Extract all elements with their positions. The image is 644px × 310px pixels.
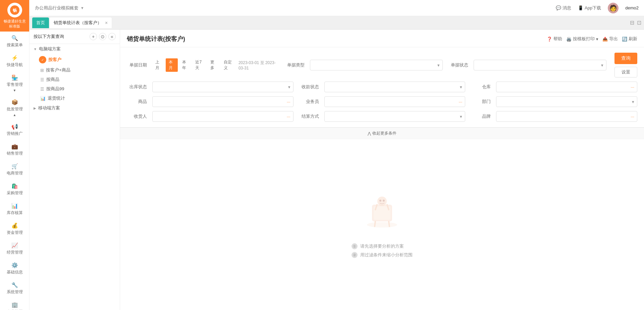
empty-tip-2: ② 用过滤条件来缩小分析范围 [352, 252, 413, 258]
user-avatar[interactable]: 🧑 [608, 3, 619, 13]
sidebar-item-retail[interactable]: 🏪 零售管理 ▼ [0, 71, 29, 96]
sidebar-item-finance[interactable]: 💰 资金管理 [0, 219, 29, 239]
breadcrumb-arrow: ▾ [81, 5, 84, 10]
message-btn[interactable]: 💬 消息 [556, 5, 571, 11]
sidebar-item-operations[interactable]: 📈 经营管理 [0, 239, 29, 259]
doc-status-select[interactable]: ▾ [474, 60, 606, 70]
tree-item-by-goods[interactable]: ☰ 按商品 [30, 75, 120, 84]
tab-expand-btn[interactable]: ⊡ [637, 19, 641, 26]
chevron-right-icon: ▶ [34, 106, 36, 110]
salesperson-dots[interactable]: ··· [459, 99, 463, 104]
goods-dots[interactable]: ··· [287, 99, 290, 104]
tab-home[interactable]: 首页 [32, 17, 49, 28]
refresh-btn[interactable]: 🔄 刷新 [622, 36, 637, 42]
sidebar-item-search[interactable]: 🔍 搜索菜单 [0, 32, 29, 51]
left-panel-actions: + ⊙ « [90, 33, 116, 40]
doc-type-select[interactable]: ▾ [310, 60, 443, 70]
tree-item-by-goods-99[interactable]: ☰ 按商品99 [30, 84, 120, 94]
header-right: 💬 消息 📱 App下载 🧑 demo2 [556, 3, 639, 13]
department-chevron: ▾ [632, 99, 634, 104]
collapse-bar: ⋀ 收起更多条件 [120, 127, 644, 139]
date-btn-custom[interactable]: 自定义 [221, 58, 236, 72]
app-download-btn[interactable]: 📱 App下载 [578, 5, 601, 11]
department-select[interactable]: ▾ [496, 96, 637, 107]
user-name[interactable]: demo2 [625, 5, 639, 10]
tab-sales-stat[interactable]: 销货单统计表（按客户） × [50, 17, 112, 28]
department-label: 部门 [471, 99, 491, 105]
collapse-panel-btn[interactable]: « [108, 33, 116, 40]
system-icon: 🔧 [11, 282, 18, 288]
tree-desktop-section[interactable]: ▼ 电脑端方案 [30, 44, 120, 54]
query-button[interactable]: 查询 [614, 53, 637, 64]
sidebar-item-enterprise[interactable]: 🏢 企业协同 [0, 298, 29, 310]
tree-item-by-customer-label: 按客户 [48, 57, 61, 63]
sidebar-item-purchase[interactable]: 🛍️ 采购管理 [0, 179, 29, 199]
settings-button[interactable]: 设置 [614, 67, 637, 78]
inventory-icon: 📊 [11, 203, 18, 209]
tree-item-by-customer[interactable]: ✓ 按客户 [30, 54, 120, 65]
warehouse-select[interactable]: ··· [496, 82, 637, 92]
tree-item-by-customer-goods[interactable]: ⊞ 按客户+商品 [30, 65, 120, 75]
sales-icon: 💼 [11, 143, 18, 150]
recipient-dots[interactable]: ··· [287, 114, 290, 119]
out-status-label: 出库状态 [127, 84, 147, 90]
date-btn-this-year[interactable]: 本年 [179, 58, 191, 72]
sidebar-item-ecommerce[interactable]: 🛒 电商管理 [0, 160, 29, 179]
brand-label: 品牌 [471, 113, 491, 119]
date-btn-last7[interactable]: 近7天 [192, 58, 206, 72]
tab-close-btn[interactable]: × [105, 20, 108, 25]
empty-tips: ① 请先选择要分析的方案 ② 用过滤条件来缩小分析范围 [352, 243, 413, 258]
page-title-bar: 销货单统计表(按客户) ❓ 帮助 🖨️ 按模板打印 ▾ 📤 导出 [120, 30, 644, 47]
chevron-down-icon2: ▾ [601, 63, 603, 68]
tip-num-1: ① [352, 243, 358, 249]
recipient-select[interactable]: ··· [152, 111, 293, 122]
date-btn-last-month[interactable]: 上月 [152, 58, 164, 72]
logo-area[interactable]: 畅 畅捷通好生意 标准版 [0, 0, 29, 32]
svg-line-10 [375, 221, 375, 226]
collection-status-select[interactable]: ▾ [324, 82, 466, 92]
brand-select[interactable]: ··· [496, 111, 637, 122]
tab-bar: 首页 销货单统计表（按客户） × ⊟ ⊡ [30, 16, 644, 30]
settlement-select[interactable]: ▾ [324, 111, 466, 122]
tree-item-by-goods-99-label: 按商品99 [46, 86, 64, 92]
collapse-btn[interactable]: ⋀ 收起更多条件 [368, 131, 396, 136]
filter-area: 单据日期 上月 本月 本年 近7天 更多 自定义 2023-03-01 至 20… [120, 47, 644, 127]
tree-mobile-section[interactable]: ▶ 移动端方案 [30, 103, 120, 113]
out-chevron-icon: ▾ [288, 85, 290, 90]
svg-point-6 [379, 200, 381, 202]
date-btn-this-month[interactable]: 本月 [166, 58, 178, 72]
edit-scheme-btn[interactable]: ⊙ [99, 33, 106, 40]
date-btn-more[interactable]: 更多 [207, 58, 219, 72]
out-status-select[interactable]: ▾ [152, 82, 293, 92]
retail-icon: 🏪 [11, 74, 18, 81]
export-icon: 📤 [602, 37, 608, 42]
sidebar-item-system[interactable]: 🔧 系统管理 [0, 278, 29, 298]
settlement-chevron: ▾ [460, 114, 462, 119]
warehouse-dots[interactable]: ··· [631, 85, 634, 90]
sidebar-item-marketing[interactable]: 📢 营销推广 [0, 120, 29, 140]
export-btn[interactable]: 📤 导出 [602, 36, 618, 42]
sidebar-item-quicknav[interactable]: ⚡ 快捷导航 [0, 51, 29, 71]
collection-status-label: 收款状态 [299, 84, 319, 90]
brand-dots[interactable]: ··· [631, 114, 634, 119]
top-header: 办公用品行业模拟账套 ▾ 💬 消息 📱 App下载 🧑 demo2 [30, 0, 644, 16]
help-btn[interactable]: ❓ 帮助 [547, 36, 562, 42]
active-indicator: ✓ [39, 56, 46, 63]
tree-item-return-stat-label: 退货统计 [48, 95, 65, 101]
goods-select[interactable]: ··· [152, 96, 293, 107]
sidebar-item-sales[interactable]: 💼 销售管理 [0, 140, 29, 160]
sidebar-item-inventory[interactable]: 📊 库存核算 [0, 199, 29, 219]
tab-minimize-btn[interactable]: ⊟ [630, 19, 634, 26]
tree-item-return-stat[interactable]: 📊 退货统计 [30, 94, 120, 103]
add-scheme-btn[interactable]: + [90, 33, 97, 40]
svg-point-2 [367, 222, 397, 227]
sidebar-item-basic[interactable]: ⚙️ 基础信息 [0, 259, 29, 278]
salesperson-select[interactable]: ··· [324, 96, 466, 107]
print-btn[interactable]: 🖨️ 按模板打印 ▾ [566, 36, 598, 42]
sidebar-item-wholesale[interactable]: 📦 批发管理 ▲ [0, 96, 29, 120]
search-icon: 🔍 [11, 35, 18, 41]
mobile-section-label: 移动端方案 [38, 105, 60, 111]
empty-tip-1: ① 请先选择要分析的方案 [352, 243, 413, 249]
bar-chart-icon: 📊 [40, 96, 46, 101]
tab-home-label: 首页 [36, 20, 45, 26]
